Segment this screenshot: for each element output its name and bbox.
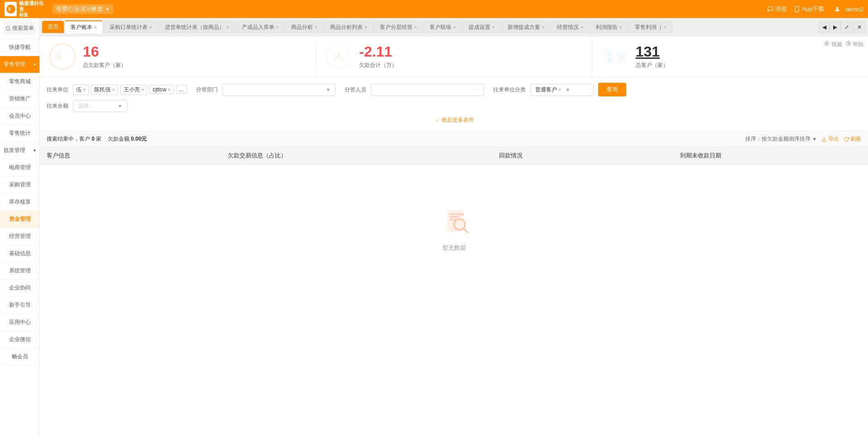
close-tab-icon[interactable]: × bbox=[315, 25, 317, 30]
top-bar: ¥ 畅捷通好生意 标版 母婴行业演示帐套 ▼ 消息 App下载 bbox=[0, 0, 868, 18]
sort-select[interactable]: 排序：按欠款金额倒序排序 ▼ bbox=[745, 135, 817, 143]
close-tab-icon[interactable]: × bbox=[664, 25, 667, 30]
remove-unit-class-tag[interactable]: × bbox=[558, 87, 561, 92]
user-menu[interactable]: demo2 bbox=[831, 3, 863, 15]
sidebar-item-enterprise[interactable]: 企业协同 bbox=[0, 280, 39, 297]
app-download-button[interactable]: App下载 bbox=[794, 5, 824, 13]
remove-tag-1[interactable]: × bbox=[112, 87, 115, 92]
tab-close-all[interactable]: ✕ bbox=[853, 21, 866, 33]
close-tab-icon[interactable]: × bbox=[580, 25, 583, 30]
remove-tag-2[interactable]: × bbox=[141, 87, 144, 92]
close-tab-icon[interactable]: × bbox=[94, 25, 97, 30]
tab-home[interactable]: 首页 bbox=[42, 21, 64, 33]
close-tab-icon[interactable]: × bbox=[542, 25, 545, 30]
tab-fullscreen[interactable]: ⤢ bbox=[840, 21, 853, 33]
sidebar-item-app-center[interactable]: 应用中心 bbox=[0, 314, 39, 331]
tab-operations[interactable]: 经营情况 × bbox=[551, 21, 589, 33]
unit-class-arrow: ▼ bbox=[566, 87, 570, 92]
col-customer-info: 客户信息 bbox=[47, 152, 228, 160]
sidebar-item-retail-stats[interactable]: 零售统计 bbox=[0, 125, 39, 142]
help-link[interactable]: ? 帮助 bbox=[846, 41, 863, 48]
close-tab-icon[interactable]: × bbox=[276, 25, 279, 30]
tab-scroll-left[interactable]: ◀ bbox=[819, 21, 830, 33]
tab-add-commission[interactable]: 新增提成方案 × bbox=[502, 21, 551, 33]
logo-area: ¥ 畅捷通好生意 标版 bbox=[5, 0, 44, 18]
tab-purchase-order[interactable]: 采购订单统计表 × bbox=[104, 21, 158, 33]
sidebar-item-ecommerce[interactable]: 电商管理 bbox=[0, 159, 39, 176]
sidebar-item-operation[interactable]: 经营管理 bbox=[0, 228, 39, 245]
sidebar-item-inventory[interactable]: 库存核算 bbox=[0, 194, 39, 211]
dept-select[interactable]: ▼ bbox=[222, 84, 336, 96]
close-tab-icon[interactable]: × bbox=[364, 25, 367, 30]
tab-scroll-right[interactable]: ▶ bbox=[830, 21, 840, 33]
sidebar-item-marketing[interactable]: 营销推广 bbox=[0, 90, 39, 108]
tab-profit-report[interactable]: 利润报告 × bbox=[590, 21, 628, 33]
unit-class-label: 往来单位分类 bbox=[493, 86, 526, 94]
sidebar-item-retail[interactable]: 零售管理 ▾ bbox=[0, 56, 39, 73]
person-select[interactable]: ··· bbox=[371, 84, 484, 96]
sidebar-item-basic-info[interactable]: 基础信息 bbox=[0, 245, 39, 262]
tab-bar: 首页 客户账本 × 采购订单统计表 × 进货单统计表（按商品） × 产成品入库单… bbox=[40, 18, 868, 36]
tab-retail-profit[interactable]: 零售利润（ × bbox=[629, 21, 672, 33]
results-bar: 搜索结果中，客户 0 家 欠款金额 0.00元 排序：按欠款金额倒序排序 ▼ bbox=[40, 132, 868, 147]
tab-product-analysis[interactable]: 商品分析 × bbox=[285, 21, 323, 33]
stats-row: ¥ 16 总欠款客户（家） bbox=[40, 36, 868, 77]
col-transaction-info: 欠款交易信息（占比） bbox=[228, 152, 499, 160]
close-tab-icon[interactable]: × bbox=[492, 25, 495, 30]
filter-tag-1[interactable]: 陈民强 × bbox=[91, 85, 118, 95]
sidebar-item-vip[interactable]: 畅会员 bbox=[0, 348, 39, 366]
sidebar-item-retail-mall[interactable]: 零售商城 bbox=[0, 73, 39, 90]
filter-tag-0[interactable]: 伍 × bbox=[73, 85, 89, 95]
remove-tag-3[interactable]: × bbox=[168, 87, 170, 92]
close-tab-icon[interactable]: × bbox=[226, 25, 229, 30]
unit-class-tag[interactable]: 普通客户 × bbox=[535, 86, 561, 94]
tab-product-list[interactable]: 商品分析列表 × bbox=[324, 21, 373, 33]
filter-tag-3[interactable]: cjttcw × bbox=[149, 85, 173, 94]
tab-customer-contact[interactable]: 客户联络 × bbox=[424, 21, 462, 33]
col-due-date: 到期未收款日期 bbox=[680, 152, 861, 160]
close-tab-icon[interactable]: × bbox=[453, 25, 456, 30]
filter-tags: 伍 × 陈民强 × 王小亮 × bbox=[73, 85, 187, 95]
tab-goods-inbound[interactable]: 进货单统计表（按商品） × bbox=[159, 21, 235, 33]
svg-text:¥: ¥ bbox=[55, 51, 62, 62]
video-link[interactable]: 视频 bbox=[824, 41, 842, 48]
tab-commission-settings[interactable]: 提成设置 × bbox=[463, 21, 501, 33]
stat-icon-customers: ¥ bbox=[49, 43, 76, 70]
svg-text:?: ? bbox=[848, 42, 849, 45]
close-tab-icon[interactable]: × bbox=[414, 25, 417, 30]
stat-label-total: 总客户（家） bbox=[636, 62, 668, 69]
remainder-input[interactable]: 选择... ▼ bbox=[73, 100, 127, 112]
query-button[interactable]: 查询 bbox=[598, 83, 626, 96]
sidebar-item-finance[interactable]: 资金管理 bbox=[0, 211, 39, 228]
message-button[interactable]: 消息 bbox=[767, 5, 787, 13]
unit-class-select[interactable]: 普通客户 × ▼ bbox=[530, 84, 594, 96]
sidebar-item-wechat[interactable]: 企业微信 bbox=[0, 331, 39, 348]
filter-tag-more[interactable]: ... bbox=[176, 85, 187, 94]
sidebar-item-guide[interactable]: 新手引导 bbox=[0, 297, 39, 314]
collapse-button[interactable]: 收起更多条件 bbox=[430, 114, 479, 126]
close-tab-icon[interactable]: × bbox=[149, 25, 152, 30]
tab-customer-ledger[interactable]: 客户账本 × bbox=[65, 20, 103, 33]
stat-value-customers: 16 bbox=[83, 44, 126, 60]
sidebar-item-wholesale[interactable]: 批发管理 ▾ bbox=[0, 142, 39, 159]
stat-card-amount: -2.11 欠款合计（万） bbox=[316, 36, 592, 77]
export-button[interactable]: 导出 bbox=[821, 135, 839, 143]
sidebar-item-purchase[interactable]: 采购管理 bbox=[0, 176, 39, 194]
store-selector[interactable]: 母婴行业演示帐套 ▼ bbox=[53, 4, 113, 14]
sidebar-item-member[interactable]: 会员中心 bbox=[0, 108, 39, 125]
results-actions: 排序：按欠款金额倒序排序 ▼ 导出 刷新 bbox=[745, 135, 861, 143]
remainder-select[interactable]: 选择... ▼ bbox=[73, 100, 127, 112]
svg-point-4 bbox=[836, 7, 839, 9]
page-content: ¥ 16 总欠款客户（家） bbox=[40, 36, 868, 437]
refresh-button[interactable]: 刷新 bbox=[844, 135, 861, 143]
tab-customer-layer[interactable]: 客户分层经营 × bbox=[374, 21, 423, 33]
avatar bbox=[831, 3, 844, 15]
sidebar-item-system[interactable]: 系统管理 bbox=[0, 262, 39, 280]
search-menu-button[interactable]: 搜索菜单 bbox=[4, 22, 36, 35]
remove-tag-0[interactable]: × bbox=[83, 87, 86, 92]
svg-rect-13 bbox=[608, 52, 611, 57]
close-tab-icon[interactable]: × bbox=[619, 25, 622, 30]
sidebar-item-quick-nav[interactable]: 快捷导航 bbox=[0, 39, 39, 56]
tab-product-inbound[interactable]: 产成品入库单 × bbox=[236, 21, 285, 33]
filter-tag-2[interactable]: 王小亮 × bbox=[120, 85, 147, 95]
